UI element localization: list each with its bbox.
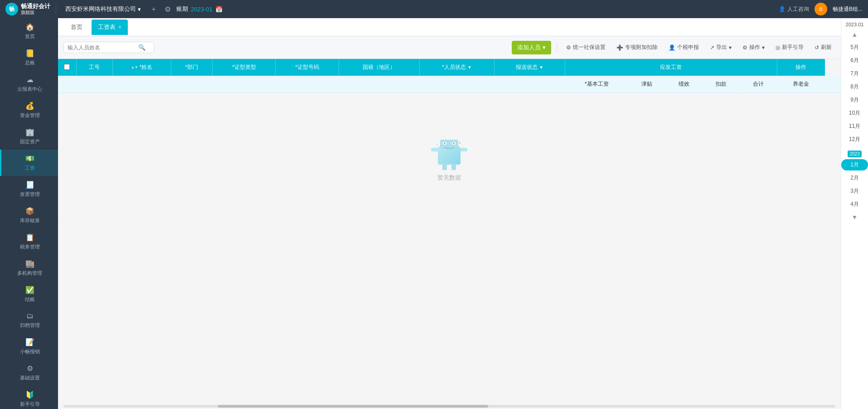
sidebar-item-multi[interactable]: 🏬 多机构管理 [0,255,58,281]
social-settings-button[interactable]: ⚙ 统一社保设置 [563,42,609,53]
sidebar-item-label: 库存核算 [20,217,40,224]
search-box[interactable]: 🔍 [63,42,154,53]
month-item-2[interactable]: 2月 [841,172,868,184]
guide-button[interactable]: ◎ 新手引导 [772,42,807,53]
cloud-icon: ☁ [26,75,34,84]
sidebar-item-label: 税务管理 [20,243,40,250]
company-selector[interactable]: 西安虾米网络科技有限公司 ▾ [62,3,145,15]
service-icon: 👤 [779,6,786,12]
th-number: 工号 [76,59,112,76]
sidebar-item-inventory[interactable]: 📦 库存核算 [0,202,58,229]
tax-icon: 📋 [25,233,34,242]
current-period: 2023.01 [846,22,864,27]
social-settings-icon: ⚙ [566,44,571,51]
top-right-area: 👤 人工咨询 B 畅捷通B组... [779,3,863,15]
month-item-11[interactable]: 11月 [841,121,868,132]
sidebar: 🏠 首页 📒 总账 ☁ 云报表中心 💰 资金管理 🏢 固定资产 💵 工资 [0,18,58,409]
month-item-9[interactable]: 9月 [841,94,868,106]
th-allowance: 津贴 [628,76,665,93]
th-performance: 绩效 [665,76,703,93]
sidebar-item-invoice[interactable]: 🧾 发票管理 [0,176,58,202]
month-item-12[interactable]: 12月 [841,134,868,145]
export-icon: ↗ [710,44,714,51]
panel-nav-down[interactable]: ▼ [850,212,860,223]
ledger-icon: 📒 [25,49,34,58]
settings-icon[interactable]: ⚙ [163,4,173,15]
month-item-8[interactable]: 8月 [841,81,868,93]
search-icon[interactable]: 🔍 [138,44,145,51]
avatar[interactable]: B [815,3,827,15]
sidebar-item-archive[interactable]: 🗂 归档管理 [0,307,58,333]
salary-icon: 💵 [25,154,34,163]
special-deduct-icon: ➕ [616,44,623,51]
home-icon: 🏠 [25,23,34,31]
tab-home[interactable]: 首页 [63,19,90,35]
refresh-icon: ↺ [815,44,819,51]
sidebar-item-assets[interactable]: 🏢 固定资产 [0,123,58,150]
search-input[interactable] [68,44,136,51]
th-checkbox[interactable] [58,59,76,76]
sidebar-item-label: 小畅报销 [20,348,40,355]
sidebar-item-guide[interactable]: 🔰 新手引导 [0,386,58,409]
period-value: 2023-01 [191,6,213,13]
sidebar-item-tax[interactable]: 📋 税务管理 [0,229,58,255]
sidebar-item-settings[interactable]: ⚙ 基础设置 [0,360,58,386]
operation-button[interactable]: ⚙ 操作 ▾ [739,42,768,53]
scrollbar-thumb[interactable] [218,405,488,408]
sidebar-item-salary[interactable]: 💵 工资 [0,150,58,176]
sidebar-item-cloud[interactable]: ☁ 云报表中心 [0,71,58,97]
th-salary-group: 应发工资 [565,59,777,76]
special-deduct-button[interactable]: ➕ 专项附加扣除 [613,42,661,53]
sidebar-item-label: 固定资产 [20,138,40,145]
operation-icon: ⚙ [742,44,747,51]
svg-point-4 [444,142,446,144]
add-icon[interactable]: ＋ [148,4,159,15]
th-deduct: 扣款 [703,76,740,93]
guide-toolbar-icon: ◎ [776,44,780,51]
table-area: 工号 ▲▼ *姓名 *部门 *证型类型 *证型号码 国籍（地区） [58,59,841,404]
tab-close-icon[interactable]: × [118,24,121,30]
report-status-filter-icon[interactable]: ▼ [539,65,543,70]
personal-tax-button[interactable]: 👤 个税申报 [665,42,703,53]
sidebar-item-expense[interactable]: 📝 小畅报销 [0,333,58,360]
month-item-10[interactable]: 10月 [841,107,868,119]
sidebar-item-home[interactable]: 🏠 首页 [0,18,58,44]
month-item-7[interactable]: 7月 [841,68,868,79]
panel-nav-up[interactable]: ▲ [850,29,860,40]
main-area: 🏠 首页 📒 总账 ☁ 云报表中心 💰 资金管理 🏢 固定资产 💵 工资 [0,18,868,409]
guide-label: 新手引导 [782,44,804,51]
user-name: 畅捷通B组... [833,5,863,13]
tab-salary[interactable]: 工资表 × [92,19,128,35]
sidebar-item-settle[interactable]: ✅ 结账 [0,281,58,307]
month-item-3[interactable]: 3月 [841,185,868,197]
name-sort-icon[interactable]: ▲▼ [131,66,138,69]
personal-tax-label: 个税申报 [677,44,699,51]
tab-salary-label: 工资表 [98,23,116,31]
calendar-icon[interactable]: 📅 [215,6,223,13]
add-person-button[interactable]: 添加人员 ▾ [512,41,551,54]
sidebar-item-ledger[interactable]: 📒 总账 [0,44,58,71]
empty-state-icon: ✦ ✦ [427,133,472,174]
settle-icon: ✅ [25,286,34,294]
company-name: 西安虾米网络科技有限公司 [65,5,136,13]
svg-text:✦: ✦ [458,141,461,145]
service-label: 人工咨询 [787,5,809,13]
app-name: 畅通好会计 [21,3,50,10]
month-item-5[interactable]: 5月 [841,42,868,53]
month-item-4[interactable]: 4月 [841,199,868,210]
refresh-button[interactable]: ↺ 刷新 [811,42,835,53]
refresh-label: 刷新 [821,44,832,51]
social-settings-label: 统一社保设置 [573,44,606,51]
horizontal-scrollbar[interactable] [58,404,841,409]
month-item-1[interactable]: 1月 [841,159,868,170]
service-button[interactable]: 👤 人工咨询 [779,5,809,13]
sidebar-item-finance[interactable]: 💰 资金管理 [0,97,58,123]
right-panel: 2023.01 ▲ 5月 6月 7月 8月 9月 10月 11月 12月 202… [841,18,868,409]
th-person-status: *人员状态 ▼ [420,59,495,76]
empty-text: 暂无数据 [437,174,461,182]
month-item-6[interactable]: 6月 [841,55,868,66]
select-all-checkbox[interactable] [64,64,70,70]
export-button[interactable]: ↗ 导出 ▾ [706,42,735,53]
top-bar: 畅 畅通好会计 旗舰版 西安虾米网络科技有限公司 ▾ ＋ ⚙ 账期 2023-0… [0,0,868,18]
person-status-filter-icon[interactable]: ▼ [467,65,472,70]
